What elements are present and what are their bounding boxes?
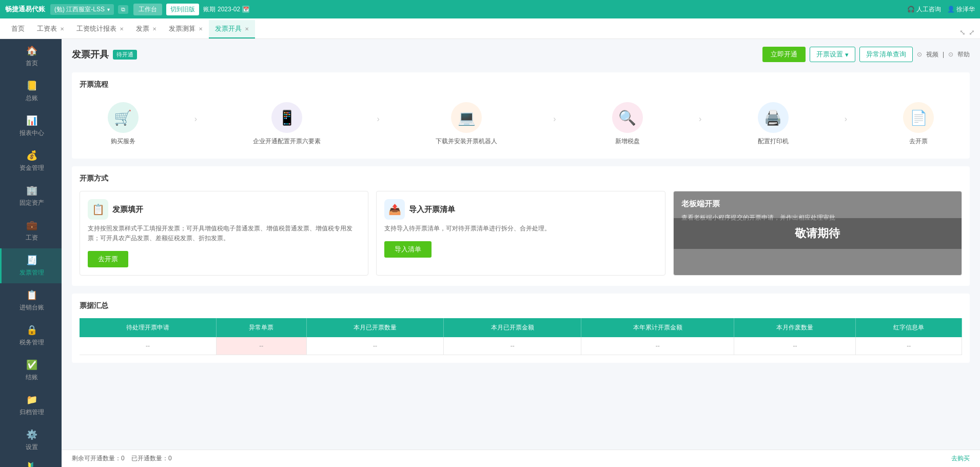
summary-header-6: 红字信息单	[856, 318, 962, 337]
tab-invoice-close[interactable]: ✕	[152, 26, 156, 32]
sidebar-item-home[interactable]: 🏠 首页	[0, 39, 62, 74]
step-issue-invoice[interactable]: 📄 去开票	[903, 102, 934, 146]
sidebar-item-purchase-sales-label: 进销台账	[19, 303, 44, 312]
tab-salary-label: 工资表	[37, 24, 57, 33]
sidebar-item-purchase-sales[interactable]: 📋 进销台账	[0, 283, 62, 318]
step-config-printer[interactable]: 🖨️ 配置打印机	[758, 102, 789, 146]
summary-cell-5: --	[734, 337, 856, 355]
summary-table: 待处理开票申请 异常单票 本月已开票数量 本月已开票金额 本年累计开票金额 本月…	[80, 318, 962, 355]
sidebar-item-reports[interactable]: 📊 报表中心	[0, 109, 62, 144]
summary-cell-6: --	[856, 337, 962, 355]
sidebar-item-fixed-assets-label: 固定资产	[19, 199, 44, 207]
ledger-icon: 📒	[26, 80, 37, 91]
sidebar-item-reports-label: 报表中心	[19, 129, 44, 138]
step-download-robot[interactable]: 💻 下载并安装开票机器人	[436, 102, 497, 146]
billing-flow-section: 开票流程 🛒 购买服务 › 📱 企业开通	[72, 72, 970, 159]
step-add-taxbox[interactable]: 🔍 新增税盘	[612, 102, 643, 146]
step-config-enterprise[interactable]: 📱 企业开通配置开票六要素	[253, 102, 321, 146]
method-import-desc: 支持导入待开票清单，可对待开票清单进行拆分、合并处理。	[384, 224, 657, 233]
billing-methods-section: 开票方式 📋 发票填开 支持按照发票样式手工填报开发票；可开具增值税电子普通发票…	[72, 166, 970, 286]
tab-invoice-issue[interactable]: 发票开具 ✕	[209, 20, 255, 38]
sidebar-item-settlement[interactable]: ✅ 结账	[0, 353, 62, 388]
config-enterprise-label: 企业开通配置开票六要素	[253, 137, 321, 146]
sidebar-item-archive[interactable]: 📁 归档管理	[0, 388, 62, 423]
workbench-button[interactable]: 工作台	[133, 4, 162, 15]
tab-invoice[interactable]: 发票 ✕	[130, 20, 163, 38]
summary-data-row: -- -- -- -- -- -- --	[80, 337, 962, 355]
avatar-icon: 👤	[947, 6, 955, 13]
method-manual-icon: 📋	[88, 199, 108, 220]
tab-invoice-issue-close[interactable]: ✕	[245, 26, 249, 32]
help-label: 帮助	[957, 50, 970, 59]
video-help-icon[interactable]: ⊙	[917, 51, 922, 58]
user-service-button[interactable]: 🎧 人工咨询	[907, 5, 941, 14]
bottom-bar-info: 剩余可开通数量：0 已开通数量：0	[72, 454, 172, 463]
abnormal-query-button[interactable]: 异常清单查询	[859, 47, 913, 62]
tab-salary-report-label: 工资统计报表	[76, 24, 116, 33]
switch-version-button[interactable]: 切到旧版	[166, 4, 199, 15]
expand-icon[interactable]: ⤢	[969, 28, 975, 36]
open-settings-button[interactable]: 开票设置 ▾	[810, 47, 855, 62]
arrow-4: ›	[699, 114, 701, 124]
config-enterprise-icon-wrap: 📱	[271, 102, 302, 133]
sidebar-item-salary-label: 工资	[26, 233, 38, 242]
archive-icon: 📁	[26, 394, 37, 405]
tab-salary-close[interactable]: ✕	[60, 26, 64, 32]
reports-icon: 📊	[26, 115, 37, 126]
sidebar-item-invoice-mgmt[interactable]: 🧾 发票管理	[0, 248, 62, 283]
buy-link[interactable]: 去购买	[951, 454, 970, 463]
tab-invoice-calc[interactable]: 发票测算 ✕	[163, 20, 209, 38]
download-robot-icon: 💻	[458, 109, 476, 126]
sidebar-item-fixed-assets[interactable]: 🏢 固定资产	[0, 179, 62, 213]
sidebar-item-archive-label: 归档管理	[19, 408, 44, 417]
summary-cell-4: --	[581, 337, 734, 355]
summary-header-4: 本年累计开票金额	[581, 318, 734, 337]
billing-flow-title: 开票流程	[80, 80, 962, 89]
summary-header-0: 待处理开票申请	[80, 318, 216, 337]
tab-salary[interactable]: 工资表 ✕	[31, 20, 70, 38]
sidebar-item-salary[interactable]: 💼 工资	[0, 213, 62, 248]
arrow-3: ›	[553, 114, 556, 124]
buy-service-icon: 🛒	[114, 109, 132, 126]
sidebar-item-settings[interactable]: ⚙️ 设置	[0, 423, 62, 458]
headset-icon: 🎧	[907, 6, 915, 13]
import-list-button[interactable]: 导入清单	[384, 241, 432, 258]
goto-invoice-button[interactable]: 去开票	[88, 251, 128, 267]
tab-invoice-calc-close[interactable]: ✕	[199, 26, 203, 32]
tab-salary-report-close[interactable]: ✕	[120, 26, 124, 32]
copy-icon[interactable]: ⧉	[118, 5, 128, 14]
step-buy-service[interactable]: 🛒 购买服务	[108, 102, 139, 146]
arrow-2: ›	[377, 114, 380, 124]
sidebar-item-finance[interactable]: 💰 资金管理	[0, 144, 62, 179]
sidebar-item-ledger[interactable]: 📒 总账	[0, 74, 62, 109]
content-area: 发票开具 待开通 立即开通 开票设置 ▾ 异常清单查询 ⊙ 视频 | ⊙	[62, 39, 980, 450]
fixed-assets-icon: 🏢	[26, 185, 37, 196]
period-value: 2023-02	[218, 6, 240, 13]
immediate-open-button[interactable]: 立即开通	[762, 47, 806, 62]
user-service-label: 人工咨询	[916, 5, 941, 14]
top-bar: 畅捷通易代账 (勉) 江西服室-LSS ▾ ⧉ 工作台 切到旧版 账期 2023…	[0, 0, 980, 18]
summary-header-1: 异常单票	[216, 318, 306, 337]
page-title: 发票开具	[72, 48, 109, 61]
tab-home[interactable]: 首页	[5, 20, 31, 38]
tab-invoice-calc-label: 发票测算	[169, 24, 195, 33]
sidebar-item-settlement-label: 结账	[26, 373, 38, 382]
video-label: 视频	[926, 50, 938, 59]
user-avatar-button[interactable]: 👤 徐泽华	[947, 5, 975, 14]
add-taxbox-icon: 🔍	[618, 109, 636, 126]
sidebar-item-new-user[interactable]: 🔰 新手引导	[0, 458, 62, 467]
sidebar-item-ledger-label: 总账	[26, 94, 38, 103]
bottom-bar: 剩余可开通数量：0 已开通数量：0 去购买	[62, 450, 980, 467]
company-selector[interactable]: (勉) 江西服室-LSS ▾	[50, 4, 114, 15]
method-card-import: 📤 导入开票清单 支持导入待开票清单，可对待开票清单进行拆分、合并处理。 导入清…	[376, 191, 665, 276]
summary-header-5: 本月作废数量	[734, 318, 856, 337]
tab-salary-report[interactable]: 工资统计报表 ✕	[70, 20, 130, 38]
calendar-icon[interactable]: 📅	[242, 6, 249, 13]
restore-icon[interactable]: ⤡	[959, 28, 966, 36]
config-printer-icon-wrap: 🖨️	[758, 102, 789, 133]
config-printer-icon: 🖨️	[764, 109, 782, 126]
help-icon[interactable]: ⊙	[948, 51, 953, 58]
sidebar-item-tax-mgmt[interactable]: 🔒 税务管理	[0, 318, 62, 353]
method-old-terminal-title: 老板端开票	[681, 199, 954, 209]
summary-header-2: 本月已开票数量	[306, 318, 444, 337]
